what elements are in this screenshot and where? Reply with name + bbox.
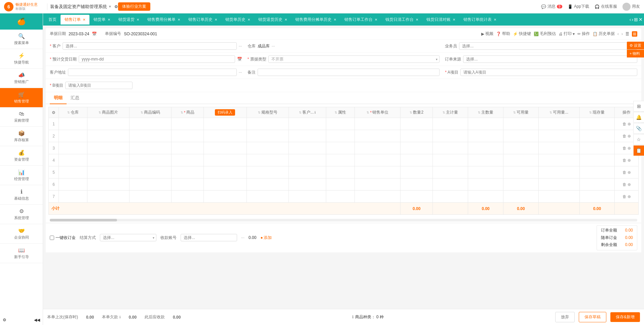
sidebar-item-marketing[interactable]: 📣 营销推广 [0,69,43,88]
tab-expense-history[interactable]: 销售费用分摊单历史 ✕ [291,15,340,25]
print-btn[interactable]: 🖨 打印 ▾ [559,31,575,37]
row-spec-3[interactable] [247,142,289,154]
row-warehouse-6[interactable] [59,178,87,191]
remark-input[interactable] [258,69,440,76]
sort-custcode-icon[interactable]: ⇅ [299,111,302,114]
tab-detail[interactable]: 明细 [50,92,67,104]
sidebar-item-system[interactable]: ⚙ 系统管理 [0,205,43,224]
row-mainqty-7[interactable] [468,191,503,203]
right-tool-4[interactable]: ☆ [633,134,644,145]
row-code-4[interactable] [129,154,171,166]
sidebar-item-guide[interactable]: 📖 新手引导 [0,244,43,263]
profit-btn[interactable]: 💹 毛利预估 [534,31,556,37]
sort-warehouse-icon[interactable]: ⇅ [67,111,70,114]
row-mainqty-6[interactable] [468,178,503,191]
row-mainqty-3[interactable] [468,142,503,154]
row-product-2[interactable] [171,130,203,142]
message-action[interactable]: 💬 消息 9 [541,4,562,9]
row-warehouse-1[interactable] [59,118,87,130]
row-unit-6[interactable] [355,178,401,191]
tab-scroll-left[interactable]: ‹ [630,17,631,22]
row-attr-5[interactable] [326,166,355,178]
tab-cash-reconcile[interactable]: 钱货日清对账 ✕ [422,15,459,25]
sort-mainunit-icon[interactable]: ⇅ [443,111,445,114]
row-unit-2[interactable] [355,130,401,142]
right-tool-3[interactable]: 📎 [633,123,644,134]
row-qty2-7[interactable] [401,191,433,203]
tab-close-sales-bill[interactable]: ✕ [108,18,110,22]
next-record[interactable]: › [621,32,623,36]
tab-close-cash-reconcile[interactable]: ✕ [453,18,455,22]
a-project-input[interactable] [460,69,637,76]
online-service-action[interactable]: 🎧 在线客服 [595,4,617,9]
prev-record[interactable]: ‹ [617,32,619,36]
delete-row-3-icon[interactable]: 🗑 [622,146,627,151]
delivery-date-input[interactable] [79,55,235,63]
delete-row-2-icon[interactable]: 🗑 [622,134,627,138]
sidebar-item-inventory[interactable]: 📦 库存核算 [0,127,43,146]
sidebar-settings-icon[interactable]: ⚙ [3,318,6,322]
row-qty2-6[interactable] [401,178,433,191]
delete-row-6-icon[interactable]: 🗑 [622,182,627,187]
row-spec-1[interactable] [247,118,289,130]
sidebar-item-finance[interactable]: 💰 资金管理 [0,146,43,166]
user-action[interactable]: 用友 [622,3,640,11]
row-product-4[interactable] [171,154,203,166]
tab-sales-order[interactable]: 销售订单 ✕ [61,15,89,25]
row-warehouse-4[interactable] [59,154,87,166]
copy-row-5-icon[interactable]: ⊕ [628,170,631,175]
tab-close-sales-stats[interactable]: ✕ [494,18,496,22]
sort-qty2-icon[interactable]: ⇅ [410,111,412,114]
sidebar-item-search[interactable]: 🔍 搜索菜单 [0,30,43,49]
row-code-7[interactable] [129,191,171,203]
b-project-input[interactable] [65,82,132,89]
row-attr-2[interactable] [326,130,355,142]
tab-cash-workbench[interactable]: 钱货日清工作台 ✕ [381,15,422,25]
row-qty2-5[interactable] [401,166,433,178]
sidebar-item-shortcut[interactable]: ⚡ 快捷导航 [0,49,43,69]
row-unit-4[interactable] [355,154,401,166]
delete-row-4-icon[interactable]: 🗑 [622,158,627,163]
row-qty2-4[interactable] [401,154,433,166]
sort-spec-icon[interactable]: ⇅ [258,111,261,114]
row-custcode-6[interactable] [289,178,326,191]
shortcut-btn[interactable]: ⚡ 快捷键 [513,31,531,37]
list-view-icon[interactable]: ☰ [626,32,629,36]
row-unit-5[interactable] [355,166,401,178]
discard-button[interactable]: 放弃 [555,312,575,322]
history-btn[interactable]: 📋 历史单据 [593,31,615,37]
copy-row-2-icon[interactable]: ⊕ [628,134,631,138]
grid-view-icon[interactable]: ⊞ [632,31,637,37]
sidebar-item-basic[interactable]: ℹ 基础信息 [0,185,43,205]
help-btn[interactable]: ❓ 帮助 [496,31,510,37]
row-warehouse-7[interactable] [59,191,87,203]
customer-more[interactable]: ··· [239,44,242,48]
row-custcode-3[interactable] [289,142,326,154]
row-qty2-1[interactable] [401,118,433,130]
sort-attr-icon[interactable]: ⇅ [335,111,337,114]
row-unit-7[interactable] [355,191,401,203]
copy-row-7-icon[interactable]: ⊕ [628,194,631,199]
row-attr-4[interactable] [326,154,355,166]
row-qty2-2[interactable] [401,130,433,142]
sidebar-item-operations[interactable]: 📊 经营管理 [0,166,43,185]
tab-sales-return[interactable]: 销货退货 ✕ [114,15,143,25]
sidebar-collapse-icon[interactable]: ◀◀ [34,318,40,322]
row-spec-5[interactable] [247,166,289,178]
sidebar-item-sales[interactable]: 🛒 销售管理 [0,88,43,108]
warehouse-more[interactable]: ··· [272,44,275,48]
copy-row-1-icon[interactable]: ⊕ [628,122,631,126]
right-tool-1[interactable]: ⊞ [633,101,644,112]
row-code-3[interactable] [129,142,171,154]
tab-close-cash-workbench[interactable]: ✕ [416,18,418,22]
row-code-2[interactable] [129,130,171,142]
row-custcode-4[interactable] [289,154,326,166]
copy-row-6-icon[interactable]: ⊕ [628,182,631,187]
right-tool-5[interactable]: 📋 [633,145,644,156]
receipt-more[interactable]: ··· [241,235,244,240]
customer-address-input[interactable] [68,69,237,76]
material-float-btn[interactable]: + 物料 [627,50,644,57]
customer-input[interactable] [63,42,237,50]
row-spec-7[interactable] [247,191,289,203]
row-warehouse-3[interactable] [59,142,87,154]
